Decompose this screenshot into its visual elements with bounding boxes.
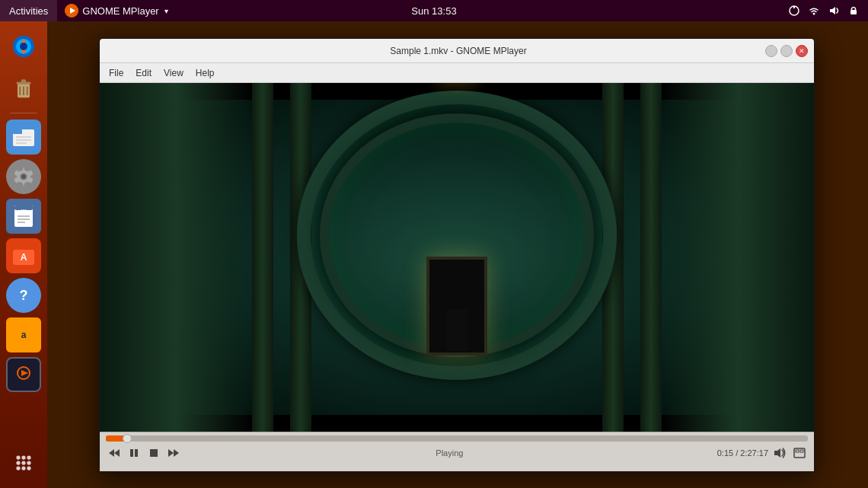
titlebar: Sample 1.mkv - GNOME MPlayer — □ ✕ [100,39,814,63]
control-bar: Playing 0:15 / 2:27:17 [100,432,814,471]
svg-marker-53 [168,449,174,457]
pause-button[interactable] [126,445,142,461]
sidebar-item-amazon[interactable]: a [6,317,41,352]
wifi-tray-icon[interactable] [807,4,821,18]
mplayer-app-icon [65,4,78,18]
svg-text:A: A [21,252,27,263]
sidebar-item-appstore[interactable]: A [6,238,41,273]
power-tray-icon[interactable] [787,4,801,18]
fastforward-button[interactable] [165,445,182,461]
svg-point-46 [21,466,25,470]
svg-rect-52 [150,449,158,457]
minimize-button[interactable]: — [765,45,777,57]
menu-view[interactable]: View [158,66,190,80]
svg-point-41 [27,455,30,459]
volume-button[interactable] [771,445,788,461]
svg-rect-57 [796,450,799,452]
svg-rect-50 [130,449,133,457]
activities-button[interactable]: Activities [0,0,57,21]
topbar-tray [787,0,868,21]
svg-text:a: a [21,330,27,340]
svg-point-47 [27,466,30,470]
window-controls: — □ ✕ [765,45,808,57]
app-arrow-icon: ▾ [164,7,168,15]
activities-label: Activities [9,5,48,17]
user-tray-icon[interactable] [847,4,860,18]
svg-rect-51 [135,449,138,457]
sidebar: W A ? a [0,21,47,488]
rewind-button[interactable] [106,445,123,461]
svg-marker-48 [109,449,114,457]
menu-file[interactable]: File [103,66,129,80]
close-button[interactable]: ✕ [796,45,808,57]
svg-marker-54 [174,449,179,457]
character-silhouette [446,309,468,351]
svg-marker-55 [774,448,780,458]
svg-rect-6 [850,10,857,14]
sidebar-item-settings[interactable] [6,159,41,194]
svg-point-45 [16,466,20,470]
topbar-left: Activities GNOME MPlayer ▾ [0,0,176,21]
window-title: Sample 1.mkv - GNOME MPlayer [152,46,765,56]
app-name-label: GNOME MPlayer [82,5,158,17]
volume-tray-icon[interactable] [827,4,841,18]
menu-edit[interactable]: Edit [129,66,158,80]
controls-row: Playing 0:15 / 2:27:17 [106,445,808,461]
menu-help[interactable]: Help [190,66,221,80]
playing-status: Playing [185,448,714,458]
video-area [100,83,814,432]
progress-bar[interactable] [106,435,808,442]
progress-thumb[interactable] [123,434,132,443]
sidebar-item-libreoffice[interactable]: W [6,199,41,234]
time-display: 0:15 / 2:27:17 [717,448,768,458]
svg-rect-17 [13,129,22,134]
sidebar-item-help[interactable]: ? [6,278,41,313]
svg-point-23 [21,174,26,179]
menubar: File Edit View Help [100,63,814,83]
desktop: Sample 1.mkv - GNOME MPlayer — □ ✕ File … [47,21,868,488]
svg-point-39 [16,455,20,459]
svg-text:W: W [21,209,27,214]
app-indicator[interactable]: GNOME MPlayer ▾ [57,0,175,21]
svg-rect-12 [21,79,26,82]
video-canvas [100,83,814,432]
sidebar-item-firefox[interactable] [6,29,41,64]
maximize-button[interactable]: □ [780,45,793,57]
svg-point-43 [21,461,25,464]
svg-point-42 [16,461,20,464]
sidebar-separator-1 [10,113,37,113]
svg-point-9 [20,43,27,50]
topbar: Activities GNOME MPlayer ▾ Sun 13:53 [0,0,868,21]
progress-row [106,435,808,442]
svg-point-4 [813,13,815,15]
stop-button[interactable] [145,445,162,461]
svg-rect-58 [800,450,803,452]
topbar-clock[interactable]: Sun 13:53 [411,5,456,17]
mplayer-window: Sample 1.mkv - GNOME MPlayer — □ ✕ File … [99,38,815,472]
show-applications-button[interactable] [6,445,41,480]
svg-point-40 [21,455,25,459]
svg-text:?: ? [20,288,28,303]
sidebar-item-mplayer[interactable] [6,357,41,392]
sidebar-item-files[interactable] [6,120,41,155]
svg-marker-5 [830,7,835,14]
fullscreen-button[interactable] [791,445,808,461]
svg-marker-49 [114,449,120,457]
sidebar-item-trash[interactable] [6,72,41,107]
svg-point-44 [27,461,30,464]
